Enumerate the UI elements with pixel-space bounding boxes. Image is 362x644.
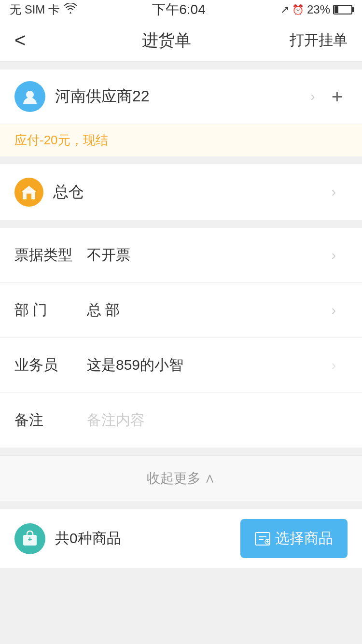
remark-placeholder: 备注内容 — [77, 410, 348, 430]
supplier-avatar — [14, 81, 45, 112]
salesperson-value: 这是859的小智 — [77, 355, 332, 375]
chevron-right-icon: › — [332, 184, 336, 200]
notice-banner: 应付-20元，现结 — [0, 124, 362, 156]
add-button[interactable]: + — [327, 86, 348, 108]
warehouse-row[interactable]: 总仓 › — [0, 164, 362, 220]
product-icon — [14, 523, 45, 554]
form-row-remark[interactable]: 备注 备注内容 — [0, 393, 362, 448]
warehouse-icon — [14, 178, 43, 207]
ticket-type-value: 不开票 — [77, 245, 332, 265]
warehouse-card: 总仓 › — [0, 164, 362, 220]
battery-percent: 23% — [307, 3, 330, 16]
form-row-ticket[interactable]: 票据类型 不开票 › — [0, 228, 362, 283]
sim-label: 无 SIM 卡 — [10, 2, 60, 17]
status-bar: 无 SIM 卡 下午6:04 ↗ ⏰ 23% — [0, 0, 362, 19]
chevron-right-icon: › — [332, 248, 336, 263]
collapse-button[interactable]: 收起更多 ∧ — [0, 455, 362, 501]
select-product-label: 选择商品 — [275, 529, 333, 548]
status-right: ↗ ⏰ 23% — [280, 3, 352, 16]
form-section: 票据类型 不开票 › 部 门 总 部 › 业务员 这是859的小智 › 备注 备… — [0, 228, 362, 448]
svg-point-0 — [26, 91, 34, 98]
chevron-right-icon: › — [310, 89, 315, 104]
wifi-icon — [64, 3, 77, 16]
department-label: 部 门 — [14, 300, 77, 320]
main-content: 河南供应商22 › + 应付-20元，现结 总仓 › 票据类型 — [0, 70, 362, 644]
bottom-bar: 共0种商品 选择商品 — [0, 509, 362, 568]
select-product-button[interactable]: 选择商品 — [240, 519, 348, 558]
salesperson-label: 业务员 — [14, 355, 77, 375]
location-icon: ↗ — [280, 3, 289, 16]
svg-rect-6 — [29, 537, 30, 541]
ticket-type-label: 票据类型 — [14, 245, 77, 265]
form-row-department[interactable]: 部 门 总 部 › — [0, 283, 362, 338]
supplier-name: 河南供应商22 — [55, 86, 310, 107]
supplier-row[interactable]: 河南供应商22 › + — [0, 70, 362, 124]
supplier-card: 河南供应商22 › + 应付-20元，现结 — [0, 70, 362, 156]
gray-area — [0, 568, 362, 644]
remark-label: 备注 — [14, 410, 77, 430]
warehouse-name: 总仓 — [53, 182, 332, 203]
open-pending-button[interactable]: 打开挂单 — [290, 30, 348, 50]
chevron-right-icon: › — [332, 358, 336, 373]
notice-text: 应付-20元，现结 — [14, 133, 108, 147]
status-left: 无 SIM 卡 — [10, 2, 77, 17]
form-row-salesperson[interactable]: 业务员 这是859的小智 › — [0, 338, 362, 393]
status-time: 下午6:04 — [152, 0, 206, 19]
page-title: 进货单 — [142, 29, 191, 52]
department-value: 总 部 — [77, 300, 332, 320]
alarm-icon: ⏰ — [292, 4, 304, 15]
svg-marker-2 — [22, 186, 36, 192]
battery-icon — [333, 5, 352, 14]
product-count: 共0种商品 — [55, 529, 240, 548]
chevron-right-icon: › — [332, 303, 336, 318]
back-button[interactable]: < — [14, 29, 43, 51]
svg-rect-3 — [27, 194, 31, 199]
nav-bar: < 进货单 打开挂单 — [0, 19, 362, 62]
